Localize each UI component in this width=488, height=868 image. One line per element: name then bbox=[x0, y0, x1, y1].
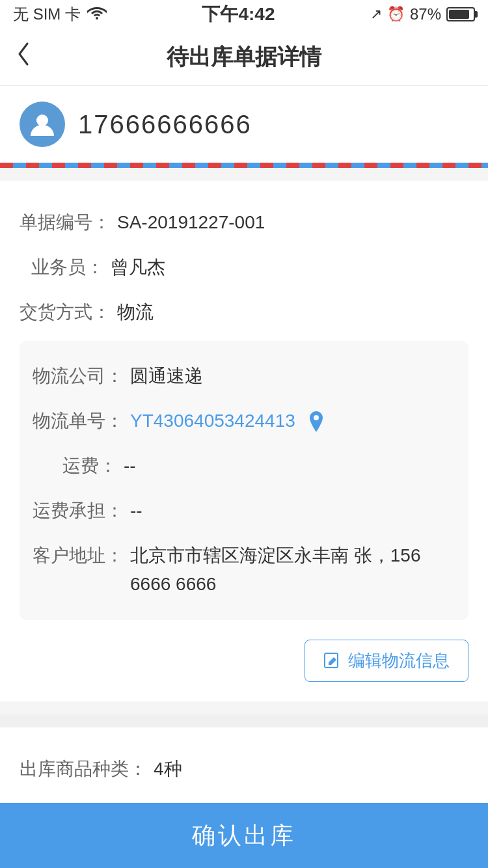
status-left: 无 SIM 卡 bbox=[13, 4, 107, 25]
freight-row: 运费： -- bbox=[33, 444, 455, 489]
goods-types-row: 出库商品种类： 4种 bbox=[20, 747, 468, 792]
logistics-company-label: 物流公司： bbox=[33, 362, 130, 391]
document-number-row: 单据编号： SA-20191227-001 bbox=[20, 200, 468, 245]
salesman-value: 曾凡杰 bbox=[111, 253, 468, 282]
edit-logistics-label: 编辑物流信息 bbox=[348, 649, 450, 672]
confirm-bar[interactable]: 确认出库 bbox=[0, 803, 488, 868]
confirm-button-label: 确认出库 bbox=[192, 820, 296, 852]
edit-logistics-button[interactable]: 编辑物流信息 bbox=[305, 640, 468, 682]
nav-bar: 待出库单据详情 bbox=[0, 29, 488, 86]
salesman-label: 业务员： bbox=[20, 253, 111, 282]
dashed-divider bbox=[0, 163, 488, 168]
back-button[interactable] bbox=[16, 41, 31, 73]
status-right: ↗ ⏰ 87% bbox=[370, 5, 475, 23]
carrier-text: 无 SIM 卡 bbox=[13, 4, 81, 25]
avatar bbox=[20, 102, 65, 147]
basic-info-section: 单据编号： SA-20191227-001 业务员： 曾凡杰 交货方式： 物流 … bbox=[0, 181, 488, 701]
tracking-value: YT43064053424413 bbox=[130, 407, 455, 436]
map-pin-icon bbox=[305, 410, 328, 433]
freight-value: -- bbox=[124, 452, 455, 481]
alarm-icon: ⏰ bbox=[387, 6, 405, 23]
salesman-row: 业务员： 曾凡杰 bbox=[20, 245, 468, 290]
goods-types-value: 4种 bbox=[154, 755, 468, 784]
delivery-row: 交货方式： 物流 bbox=[20, 290, 468, 335]
logistics-company-value: 圆通速递 bbox=[130, 362, 455, 391]
tracking-label: 物流单号： bbox=[33, 407, 130, 436]
location-status-icon: ↗ bbox=[370, 6, 382, 23]
status-bar: 无 SIM 卡 下午4:42 ↗ ⏰ 87% bbox=[0, 0, 488, 29]
logistics-card: 物流公司： 圆通速递 物流单号： YT43064053424413 运费： --… bbox=[20, 341, 468, 620]
section-divider bbox=[0, 714, 488, 727]
delivery-label: 交货方式： bbox=[20, 298, 117, 327]
svg-point-0 bbox=[36, 115, 48, 126]
wifi-icon bbox=[87, 5, 107, 23]
delivery-value: 物流 bbox=[117, 298, 468, 327]
status-time: 下午4:42 bbox=[202, 2, 275, 27]
edit-icon bbox=[323, 652, 342, 670]
address-row: 客户地址： 北京市市辖区海淀区永丰南 张，156 6666 6666 bbox=[33, 534, 455, 608]
logistics-company-row: 物流公司： 圆通速递 bbox=[33, 354, 455, 399]
freight-label: 运费： bbox=[33, 452, 124, 481]
battery-percent: 87% bbox=[410, 5, 441, 23]
page-title: 待出库单据详情 bbox=[167, 42, 321, 72]
document-label: 单据编号： bbox=[20, 208, 117, 237]
edit-logistics-button-container: 编辑物流信息 bbox=[20, 633, 468, 682]
user-header: 17666666666 bbox=[0, 86, 488, 163]
address-label: 客户地址： bbox=[33, 541, 130, 571]
freight-bearer-value: -- bbox=[130, 496, 455, 526]
goods-types-label: 出库商品种类： bbox=[20, 755, 154, 784]
user-phone: 17666666666 bbox=[78, 110, 252, 139]
document-value: SA-20191227-001 bbox=[117, 208, 468, 237]
tracking-number-row: 物流单号： YT43064053424413 bbox=[33, 399, 455, 444]
address-value: 北京市市辖区海淀区永丰南 张，156 6666 6666 bbox=[130, 541, 455, 600]
freight-bearer-label: 运费承担： bbox=[33, 496, 130, 526]
battery-icon bbox=[446, 7, 475, 21]
freight-bearer-row: 运费承担： -- bbox=[33, 489, 455, 534]
